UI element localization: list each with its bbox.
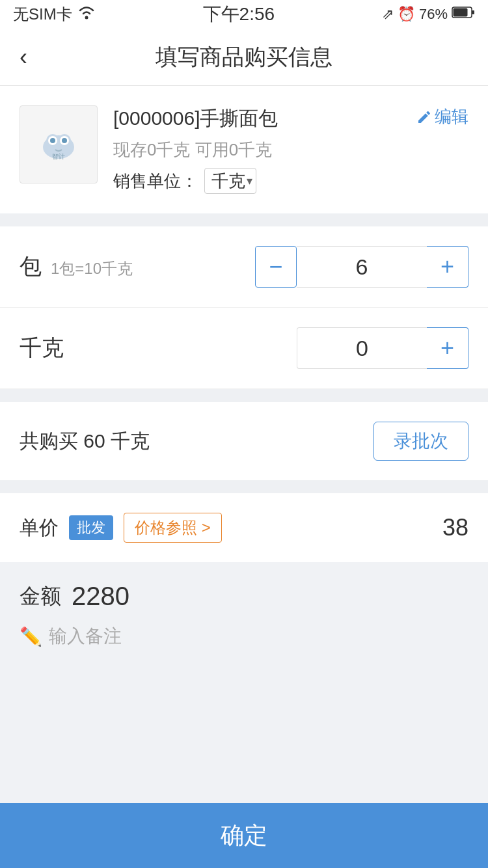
record-batch-button[interactable]: 录批次 [373, 422, 468, 461]
unit-label: 销售单位： [113, 170, 198, 193]
summary-row: 共购买 60 千克 录批次 [0, 402, 488, 480]
product-image: 智计 [20, 105, 98, 183]
separator-2 [0, 389, 488, 402]
price-left: 单价 批发 价格参照 > [20, 513, 222, 543]
package-label-sub: 1包=10千克 [51, 258, 133, 279]
svg-point-10 [62, 138, 67, 143]
note-row[interactable]: ✏️ 输入备注 [20, 624, 468, 649]
back-button[interactable]: ‹ [20, 44, 27, 71]
wifi-icon [77, 5, 96, 23]
note-placeholder: 输入备注 [49, 624, 122, 649]
price-value: 38 [442, 514, 468, 541]
amount-value: 2280 [72, 582, 129, 611]
battery-icon [452, 6, 475, 23]
price-type-tag: 批发 [69, 515, 113, 540]
product-unit: 销售单位： 千克 [113, 168, 468, 194]
product-info: [0000006]手撕面包 编辑 现存0千克 可用0千克 销售单位： 千克 [113, 105, 468, 194]
product-card: 智计 [0000006]手撕面包 编辑 现存0千克 可用0千克 销售单位： 千克 [0, 86, 488, 213]
kg-label: 千克 [20, 333, 64, 363]
unit-select-wrapper[interactable]: 千克 [204, 168, 256, 194]
edit-label: 编辑 [435, 105, 468, 128]
kg-label-main: 千克 [20, 333, 64, 363]
kg-quantity-input[interactable] [297, 327, 427, 369]
status-left: 无SIM卡 [13, 4, 96, 25]
package-quantity-input[interactable] [297, 246, 427, 288]
product-header: [0000006]手撕面包 编辑 [113, 105, 468, 139]
package-quantity-control: − + [255, 246, 468, 288]
svg-point-0 [85, 16, 88, 20]
amount-row: 金额 2280 [20, 582, 468, 611]
edit-note-icon: ✏️ [20, 626, 42, 647]
product-logo: 智计 [36, 122, 81, 167]
svg-rect-3 [454, 8, 468, 17]
package-label: 包 1包=10千克 [20, 252, 133, 282]
separator-3 [0, 480, 488, 493]
status-bar: 无SIM卡 下午2:56 ⇗ ⏰ 76% [0, 0, 488, 29]
status-time: 下午2:56 [203, 2, 275, 27]
unit-select[interactable]: 千克 [204, 168, 256, 194]
carrier-label: 无SIM卡 [13, 4, 72, 25]
package-decrease-button[interactable]: − [255, 246, 297, 288]
svg-text:智计: 智计 [52, 153, 65, 160]
separator-1 [0, 213, 488, 226]
nav-bar: ‹ 填写商品购买信息 [0, 29, 488, 86]
location-icon: ⇗ [382, 6, 394, 23]
product-name: [0000006]手撕面包 [113, 105, 278, 132]
kg-quantity-row: 千克 + [0, 308, 488, 389]
package-label-main: 包 [20, 252, 42, 282]
price-reference-button[interactable]: 价格参照 > [124, 513, 222, 543]
kg-increase-button[interactable]: + [427, 327, 468, 369]
package-increase-button[interactable]: + [427, 246, 468, 288]
svg-point-9 [50, 138, 55, 143]
edit-button[interactable]: 编辑 [416, 105, 468, 128]
amount-section: 金额 2280 ✏️ 输入备注 [0, 562, 488, 662]
status-right: ⇗ ⏰ 76% [382, 6, 475, 23]
confirm-bar[interactable]: 确定 [0, 803, 488, 868]
package-quantity-row: 包 1包=10千克 − + [0, 226, 488, 308]
confirm-button-text: 确定 [221, 820, 267, 852]
price-section: 单价 批发 价格参照 > 38 [0, 493, 488, 562]
svg-rect-2 [472, 10, 474, 14]
kg-quantity-control: + [297, 327, 468, 369]
page-title: 填写商品购买信息 [156, 42, 332, 72]
product-stock: 现存0千克 可用0千克 [113, 139, 468, 161]
price-label: 单价 [20, 515, 59, 541]
alarm-icon: ⏰ [398, 6, 415, 23]
battery-percent: 76% [419, 6, 448, 23]
amount-label: 金额 [20, 582, 61, 611]
summary-label: 共购买 60 千克 [20, 428, 150, 455]
